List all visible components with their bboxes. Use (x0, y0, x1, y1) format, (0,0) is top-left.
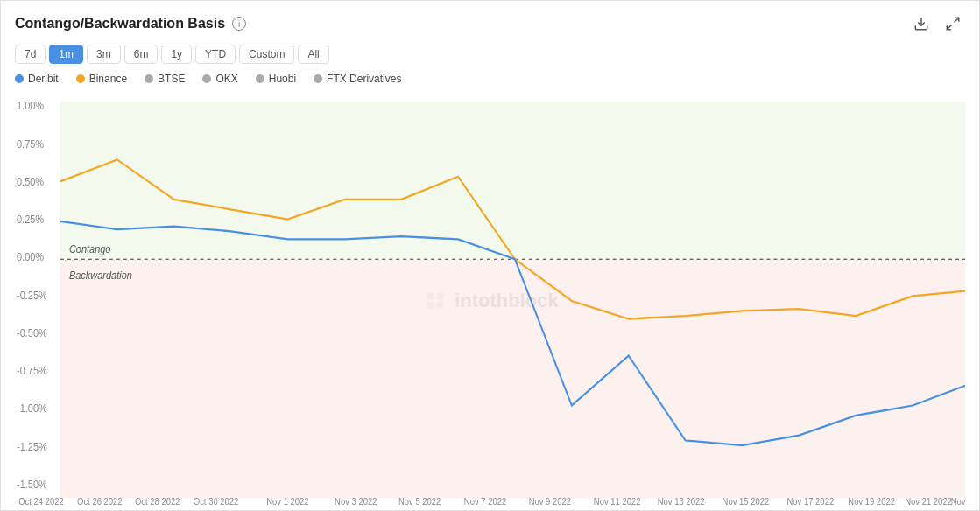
legend-btse: BTSE (145, 73, 185, 85)
svg-text:Nov 19 2022: Nov 19 2022 (848, 497, 895, 508)
legend-okx: OKX (202, 73, 237, 85)
svg-line-1 (955, 18, 959, 22)
filter-1m[interactable]: 1m (49, 45, 83, 64)
filter-ytd[interactable]: YTD (195, 45, 236, 64)
svg-text:0.75%: 0.75% (17, 137, 45, 150)
legend-binance: Binance (76, 73, 127, 85)
svg-text:-0.25%: -0.25% (17, 289, 47, 301)
svg-text:Oct 30 2022: Oct 30 2022 (194, 497, 239, 508)
svg-text:-1.50%: -1.50% (17, 478, 47, 490)
info-icon[interactable]: i (232, 17, 246, 31)
deribit-label: Deribit (28, 73, 59, 85)
svg-line-2 (947, 25, 951, 30)
svg-rect-19 (60, 259, 965, 498)
svg-text:-1.00%: -1.00% (17, 402, 47, 415)
svg-text:Nov 17 2022: Nov 17 2022 (786, 497, 834, 508)
svg-text:0.50%: 0.50% (17, 175, 45, 187)
filter-6m[interactable]: 6m (124, 45, 159, 64)
svg-text:Nov 9 2022: Nov 9 2022 (529, 497, 572, 508)
header-actions (909, 11, 965, 36)
btse-dot (145, 74, 153, 83)
svg-text:Nov 1 2022: Nov 1 2022 (266, 497, 309, 508)
filter-7d[interactable]: 7d (15, 45, 46, 64)
okx-dot (202, 74, 211, 83)
binance-label: Binance (89, 73, 127, 85)
ftx-dot (314, 74, 322, 83)
svg-text:Nov 3 2022: Nov 3 2022 (335, 497, 377, 508)
time-filters: 7d 1m 3m 6m 1y YTD Custom All (15, 45, 965, 64)
svg-text:0.00%: 0.00% (17, 251, 45, 263)
svg-text:Oct 28 2022: Oct 28 2022 (135, 497, 180, 508)
svg-text:Nov 7 2022: Nov 7 2022 (464, 497, 507, 508)
svg-text:Nov 21 2022: Nov 21 2022 (905, 497, 952, 508)
huobi-label: Huobi (269, 73, 296, 85)
deribit-dot (15, 74, 24, 83)
chart-area: intothblock 1.00% 0.75% 0.50% 0.25% 0.00… (15, 92, 965, 510)
download-button[interactable] (909, 11, 934, 36)
filter-3m[interactable]: 3m (87, 45, 121, 64)
svg-text:-0.50%: -0.50% (17, 326, 47, 339)
svg-text:Nov 11 2022: Nov 11 2022 (594, 497, 641, 508)
legend-ftx: FTX Derivatives (314, 73, 401, 85)
svg-text:Contango: Contango (69, 243, 111, 256)
expand-button[interactable] (941, 11, 965, 36)
svg-text:-0.75%: -0.75% (17, 365, 47, 377)
filter-all[interactable]: All (298, 45, 328, 64)
svg-text:Oct 26 2022: Oct 26 2022 (77, 497, 123, 508)
svg-text:Nov 13 2022: Nov 13 2022 (658, 497, 705, 508)
svg-text:Nov 15 2022: Nov 15 2022 (723, 497, 770, 508)
svg-text:Backwardation: Backwardation (69, 269, 132, 281)
title-row: Contango/Backwardation Basis i (15, 16, 246, 32)
huobi-dot (256, 74, 264, 83)
binance-dot (76, 74, 85, 83)
ftx-label: FTX Derivatives (327, 73, 401, 85)
svg-text:1.00%: 1.00% (17, 100, 45, 112)
svg-text:Oct 24 2022: Oct 24 2022 (18, 497, 64, 508)
svg-rect-18 (60, 102, 965, 259)
filter-1y[interactable]: 1y (161, 45, 192, 64)
svg-text:Nov 5 2022: Nov 5 2022 (398, 497, 441, 508)
legend-deribit: Deribit (15, 73, 59, 85)
legend: Deribit Binance BTSE OKX Huobi FTX Deriv… (15, 73, 965, 85)
header: Contango/Backwardation Basis i (15, 11, 965, 36)
main-container: Contango/Backwardation Basis i (0, 0, 980, 511)
svg-text:Nov 2...: Nov 2... (951, 497, 965, 508)
okx-label: OKX (215, 73, 237, 85)
chart-svg: 1.00% 0.75% 0.50% 0.25% 0.00% -0.25% -0.… (15, 92, 965, 510)
legend-huobi: Huobi (256, 73, 296, 85)
filter-custom[interactable]: Custom (239, 45, 294, 64)
svg-text:0.25%: 0.25% (17, 214, 45, 226)
page-title: Contango/Backwardation Basis (15, 16, 225, 32)
svg-text:-1.25%: -1.25% (17, 440, 47, 452)
btse-label: BTSE (158, 73, 185, 85)
